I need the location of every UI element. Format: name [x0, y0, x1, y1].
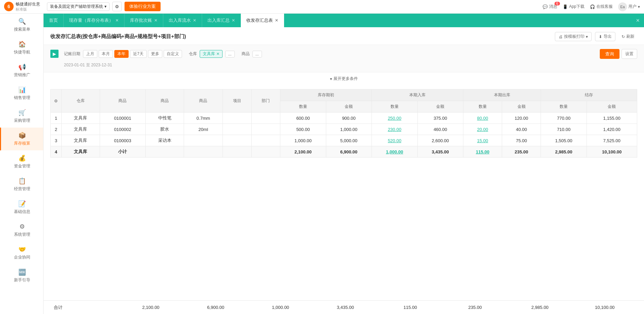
- tab-in-out-flow-close[interactable]: ✕: [193, 18, 196, 22]
- sidebar-item-inventory[interactable]: 📦 库存核算: [0, 128, 43, 150]
- row3-out-qty[interactable]: 15.00: [463, 135, 502, 146]
- system-select[interactable]: 装备及固定资产辅助管理系统 ▾: [47, 2, 110, 11]
- app-download-item[interactable]: 📱 App下载: [563, 4, 584, 10]
- row2-goods-name: 胶水: [146, 124, 184, 135]
- sidebar-item-system[interactable]: ⚙ 系统管理: [0, 219, 43, 242]
- sales-icon: 📊: [18, 86, 26, 94]
- row1-goods-name: 中性笔: [146, 113, 184, 124]
- col-header-project: 项目: [222, 89, 251, 113]
- tab-in-out-flow[interactable]: 出入库流水 ✕: [163, 14, 202, 27]
- warehouse-filter-group: 仓库 文具库 ✕ ...: [189, 50, 235, 58]
- row1-in-qty[interactable]: 250.00: [372, 113, 418, 124]
- date-btn-custom[interactable]: 自定义: [164, 50, 182, 58]
- table-row: 3 文具库 0100003 采访本 1,000.00 5,000.00 520.…: [51, 135, 637, 146]
- table-settings-col[interactable]: ⚙: [51, 89, 62, 113]
- headset-icon: 🎧: [590, 4, 595, 9]
- tab-in-out-summary-close[interactable]: ✕: [232, 18, 235, 22]
- warehouse-label: 仓库: [189, 51, 197, 57]
- sidebar-label-marketing: 营销推广: [14, 72, 30, 78]
- tab-stock-dist-close[interactable]: ✕: [115, 18, 119, 22]
- trial-button[interactable]: 体验行业方案: [125, 2, 161, 11]
- gear-button[interactable]: ⚙: [112, 2, 122, 11]
- sidebar-item-sales[interactable]: 📊 销售管理: [0, 82, 43, 105]
- operations-icon: 📋: [18, 177, 26, 185]
- total-open-qty: 2,100.00: [118, 305, 183, 310]
- inventory-icon: 📦: [18, 132, 26, 139]
- expand-conditions-button[interactable]: ▾ 展开更多条件: [327, 75, 361, 83]
- row2-goods-code: 0100002: [100, 124, 146, 135]
- col-header-warehouse: 仓库: [62, 89, 100, 113]
- date-btn-this-month[interactable]: 本月: [99, 50, 113, 58]
- printer-icon: 🖨: [559, 34, 563, 39]
- page-content: 收发存汇总表(按仓库+商品编码+商品+规格型号+项目+部门) 🖨 按模板打印 ▾…: [44, 27, 644, 300]
- home-icon: 🏠: [18, 40, 26, 48]
- tab-batch-ledger[interactable]: 库存批次账 ✕: [125, 14, 163, 27]
- refresh-button[interactable]: ↻ 刷新: [619, 32, 637, 41]
- warehouse-tag[interactable]: 文具库 ✕: [200, 50, 222, 58]
- tab-stock-dist[interactable]: 现存量（库存分布表） ✕: [64, 14, 125, 27]
- warehouse-tag-close[interactable]: ✕: [216, 52, 219, 56]
- filter-toggle-button[interactable]: ▶: [50, 50, 59, 58]
- row3-in-qty[interactable]: 520.00: [372, 135, 418, 146]
- set-button[interactable]: 设置: [622, 49, 637, 59]
- warehouse-ellipsis-button[interactable]: ...: [225, 51, 235, 57]
- tab-batch-ledger-close[interactable]: ✕: [154, 18, 158, 22]
- app-download-label: App下载: [569, 4, 584, 10]
- sidebar-item-enterprise[interactable]: 🤝 企业协同: [0, 242, 43, 264]
- sidebar-item-operations[interactable]: 📋 经营管理: [0, 173, 43, 196]
- date-btn-this-year[interactable]: 本年: [114, 50, 129, 58]
- row2-open-qty: 500.00: [280, 124, 326, 135]
- marketing-icon: 📢: [18, 63, 26, 71]
- subtotal-bal-amt: 10,100.00: [587, 146, 637, 158]
- sidebar-item-purchase[interactable]: 🛒 采购管理: [0, 105, 43, 128]
- subtotal-out-amt: 235.00: [502, 146, 541, 158]
- tab-in-out-summary[interactable]: 出入库汇总 ✕: [202, 14, 241, 27]
- sub-header-in-amt: 金额: [417, 101, 463, 113]
- sidebar-label-guide: 新手引导: [14, 277, 30, 283]
- sub-header-open-amt: 金额: [326, 101, 372, 113]
- sidebar-item-guide[interactable]: 🆕 新手引导: [0, 264, 43, 287]
- table-row: 1 文具库 0100001 中性笔 0.7mm 600.00 900.00 25…: [51, 113, 637, 124]
- sidebar-label-system: 系统管理: [14, 232, 30, 237]
- row2-department: [251, 124, 280, 135]
- date-btn-last-month[interactable]: 上月: [83, 50, 97, 58]
- total-in-qty: 1,000.00: [248, 305, 313, 310]
- row3-department: [251, 135, 280, 146]
- sidebar-label-search: 搜索菜单: [14, 27, 30, 32]
- row1-open-amt: 900.00: [326, 113, 372, 124]
- tab-home[interactable]: 首页: [44, 14, 64, 27]
- subtotal-empty4: [251, 146, 280, 158]
- date-btn-7days[interactable]: 近7天: [130, 50, 147, 58]
- total-values: 2,100.00 6,900.00 1,000.00 3,435.00 115.…: [118, 305, 637, 310]
- sidebar-label-finance: 资金管理: [14, 163, 30, 169]
- goods-ellipsis-button[interactable]: ...: [252, 51, 262, 57]
- sidebar-item-marketing[interactable]: 📢 营销推广: [0, 59, 43, 82]
- query-button[interactable]: 查询: [600, 49, 620, 59]
- sidebar-item-basic[interactable]: 📝 基础信息: [0, 196, 43, 219]
- export-button[interactable]: ⬇ 导出: [595, 32, 615, 41]
- row2-out-qty[interactable]: 20.00: [463, 124, 502, 135]
- user-item[interactable]: Ea 用户 ▾: [618, 2, 640, 11]
- row2-in-qty[interactable]: 230.00: [372, 124, 418, 135]
- subtotal-out-qty[interactable]: 115.00: [463, 146, 502, 158]
- row3-goods-name: 采访本: [146, 135, 184, 146]
- row3-in-amt: 2,600.00: [417, 135, 463, 146]
- sidebar-item-finance[interactable]: 💰 资金管理: [0, 150, 43, 173]
- row3-bal-qty: 1,505.00: [541, 135, 587, 146]
- online-service-item[interactable]: 🎧 在线客服: [590, 4, 613, 10]
- sidebar-item-search[interactable]: 🔍 搜索菜单: [0, 14, 43, 36]
- subtotal-in-qty[interactable]: 1,000.00: [372, 146, 418, 158]
- row2-open-amt: 1,000.00: [326, 124, 372, 135]
- date-btn-more[interactable]: 更多: [148, 50, 162, 58]
- total-out-amt: 235.00: [443, 305, 508, 310]
- subtotal-warehouse: 文具库: [62, 146, 100, 158]
- row1-open-qty: 600.00: [280, 113, 326, 124]
- total-row: 合计 2,100.00 6,900.00 1,000.00 3,435.00 1…: [50, 304, 637, 311]
- close-all-tabs-button[interactable]: ✕: [632, 18, 644, 23]
- tab-recv-send-close[interactable]: ✕: [275, 18, 278, 22]
- row1-out-qty[interactable]: 80.00: [463, 113, 502, 124]
- print-button[interactable]: 🖨 按模板打印 ▾: [555, 32, 592, 41]
- tab-recv-send-summary[interactable]: 收发存汇总表 ✕: [241, 14, 284, 27]
- messages-item[interactable]: 💬 消息 6: [543, 4, 557, 10]
- sidebar-item-quick-nav[interactable]: 🏠 快捷导航: [0, 36, 43, 59]
